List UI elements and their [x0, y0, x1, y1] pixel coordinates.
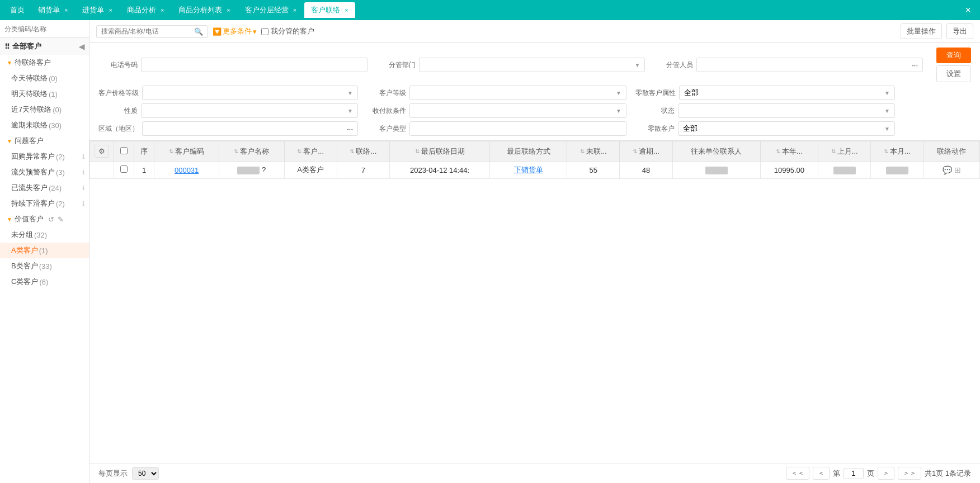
sidebar-item-unclassified[interactable]: 未分组 (32)	[0, 227, 89, 243]
col-last-date[interactable]: ⇅ 最后联络日期	[390, 141, 490, 162]
close-all-tabs[interactable]: ×	[960, 4, 976, 16]
message-action-icon[interactable]: 💬	[943, 165, 952, 174]
tab-customer-contact[interactable]: 客户联络 ×	[304, 2, 355, 18]
group-value-customers[interactable]: ▼ 价值客户 ↺ ✎	[0, 211, 89, 227]
payment-select[interactable]: ▼	[409, 103, 626, 118]
nature-select[interactable]: ▼	[141, 103, 358, 118]
close-customer-contact[interactable]: ×	[345, 7, 348, 13]
col-contact[interactable]: ⇅ 联络...	[337, 141, 389, 162]
tab-product-analysis-list[interactable]: 商品分析列表 ×	[172, 2, 237, 18]
tab-sales-order[interactable]: 销货单 ×	[31, 2, 74, 18]
info-icon-3[interactable]: ℹ	[82, 184, 84, 192]
col-settings[interactable]: ⚙	[90, 141, 114, 162]
home-tab[interactable]: 首页	[4, 2, 30, 18]
filter-nature: 性质 ▼	[98, 103, 358, 118]
sidebar-item-declining[interactable]: 持续下滑客户 (2) ℹ	[0, 196, 89, 211]
sidebar-item-tomorrow-pending[interactable]: 明天待联络 (1)	[0, 86, 89, 102]
col-this-month[interactable]: ⇅ 本月...	[871, 141, 924, 162]
sidebar-item-overdue-contact[interactable]: 逾期未联络 (30)	[0, 117, 89, 133]
sidebar-item-repurchase-abnormal[interactable]: 回购异常客户 (2) ℹ	[0, 149, 89, 164]
close-purchase-order[interactable]: ×	[109, 7, 112, 13]
col-overdue[interactable]: ⇅ 逾期...	[620, 141, 672, 162]
sidebar-item-churned[interactable]: 已流失客户 (24) ℹ	[0, 180, 89, 196]
select-all-checkbox[interactable]	[120, 147, 128, 154]
group-pending-contact[interactable]: ▼ 待联络客户	[0, 55, 89, 70]
close-product-analysis[interactable]: ×	[161, 7, 164, 13]
col-contact-person[interactable]: 往来单位联系人	[672, 141, 760, 162]
advanced-filters: 电话号码 分管部门 ▼ 分管人员 ··· 查询	[89, 43, 980, 141]
retail-attr-select[interactable]: 全部 ▼	[679, 86, 895, 100]
tab-customer-segment[interactable]: 客户分层经营 ×	[238, 2, 303, 18]
col-type[interactable]: ⇅ 客户...	[284, 141, 337, 162]
more-filters-btn[interactable]: 🔽 更多条件 ▾	[213, 26, 257, 36]
first-page-btn[interactable]: ＜＜	[786, 467, 809, 480]
sidebar-item-b-class[interactable]: B类客户 (33)	[0, 258, 89, 274]
info-icon-4[interactable]: ℹ	[82, 200, 84, 207]
sidebar-item-a-class[interactable]: A类客户 (1)	[0, 243, 89, 258]
col-this-year[interactable]: ⇅ 本年...	[760, 141, 818, 162]
main-search-icon[interactable]: 🔍	[194, 27, 203, 36]
col-name[interactable]: ⇅ 客户名称	[219, 141, 284, 162]
filter-customer-type: 客户类型	[367, 121, 626, 136]
my-customers-checkbox[interactable]	[261, 28, 268, 35]
triangle-icon: ▼	[7, 60, 12, 66]
main-search-input[interactable]	[101, 27, 192, 35]
last-page-btn[interactable]: ＞＞	[898, 467, 921, 480]
next-page-btn[interactable]: ＞	[878, 467, 894, 480]
close-sales-order[interactable]: ×	[64, 7, 68, 13]
tab-purchase-order[interactable]: 进货单 ×	[76, 2, 119, 18]
page-number-input[interactable]	[844, 468, 864, 479]
main-search-box[interactable]: 🔍	[96, 25, 208, 38]
prev-page-btn[interactable]: ＜	[813, 467, 830, 480]
sidebar-search-input[interactable]	[4, 25, 88, 33]
col-no-contact[interactable]: ⇅ 未联...	[567, 141, 620, 162]
row-checkbox[interactable]	[120, 165, 128, 173]
retail-attr-label: 零散客户属性	[635, 88, 676, 98]
col-last-method[interactable]: 最后联络方式	[490, 141, 567, 162]
refresh-icon[interactable]: ↺	[48, 215, 54, 224]
query-btn[interactable]: 查询	[936, 48, 971, 63]
page-size-select[interactable]: 50	[132, 467, 159, 480]
sidebar-item-today-pending[interactable]: 今天待联络 (0)	[0, 70, 89, 86]
sidebar-item-week-pending[interactable]: 近7天待联络 (0)	[0, 102, 89, 117]
col-last-month[interactable]: ⇅ 上月...	[818, 141, 871, 162]
sidebar-collapse-btn[interactable]: ◀	[79, 42, 84, 51]
all-customers-title[interactable]: ⠿ 全部客户 ◀	[0, 38, 89, 55]
sidebar-item-churn-warning[interactable]: 流失预警客户 (3) ℹ	[0, 164, 89, 180]
group-problem-customers[interactable]: ▼ 问题客户	[0, 133, 89, 149]
retail-customer-select[interactable]: 全部 ▼	[678, 121, 895, 136]
last-month-redacted	[833, 167, 856, 174]
phone-input[interactable]	[141, 58, 368, 72]
grid-action-icon[interactable]: ⊞	[954, 165, 961, 174]
row-code[interactable]: 000031	[154, 162, 219, 179]
customer-grade-label: 客户等级	[367, 88, 406, 98]
close-product-analysis-list[interactable]: ×	[227, 7, 230, 13]
region-label: 区域（地区）	[98, 124, 139, 134]
customer-type-input[interactable]	[409, 121, 626, 136]
batch-op-label: 批量操作	[907, 27, 936, 35]
dept-select[interactable]: ▼	[419, 58, 646, 72]
manager-select[interactable]: ···	[696, 58, 923, 72]
col-code[interactable]: ⇅ 客户编码	[154, 141, 219, 162]
export-btn[interactable]: 导出	[946, 23, 973, 39]
col-checkbox[interactable]	[114, 141, 134, 162]
my-customers-label[interactable]: 我分管的客户	[271, 26, 314, 36]
region-dots: ···	[347, 125, 353, 133]
row-checkbox-cell[interactable]	[114, 162, 134, 179]
row-last-method[interactable]: 下销货单	[490, 162, 567, 179]
edit-icon[interactable]: ✎	[58, 215, 64, 224]
customer-grade-select[interactable]: ▼	[409, 86, 626, 100]
tab-product-analysis[interactable]: 商品分析 ×	[120, 2, 171, 18]
sort-icon-thisyear: ⇅	[776, 148, 780, 154]
region-select[interactable]: ···	[142, 121, 358, 136]
sidebar-item-c-class[interactable]: C类客户 (6)	[0, 274, 89, 290]
batch-op-btn[interactable]: 批量操作	[901, 23, 942, 39]
gear-btn[interactable]: ⚙	[95, 145, 109, 158]
close-customer-segment[interactable]: ×	[293, 7, 296, 13]
info-icon-2[interactable]: ℹ	[82, 169, 84, 176]
setting-btn[interactable]: 设置	[936, 65, 971, 82]
info-icon-1[interactable]: ℹ	[82, 153, 84, 160]
price-grade-select[interactable]: ▼	[142, 86, 358, 100]
status-select[interactable]: ▼	[678, 103, 895, 118]
sort-icon-thismonth: ⇅	[884, 148, 888, 154]
